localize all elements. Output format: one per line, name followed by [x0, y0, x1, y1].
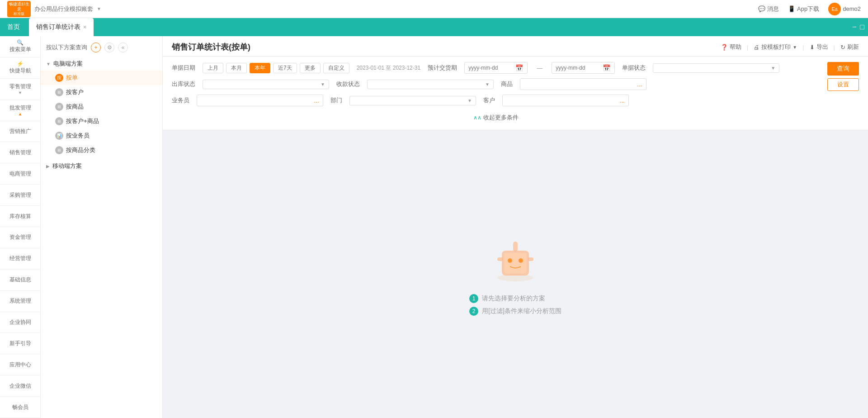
sidebar-item-marketing[interactable]: 营销推广: [0, 121, 40, 142]
expected-delivery-start[interactable]: 📅: [464, 62, 528, 74]
help-btn[interactable]: ❓ 帮助: [721, 43, 741, 51]
sidebar-item-purchase[interactable]: 采购管理: [0, 185, 40, 206]
add-scheme-btn[interactable]: +: [91, 43, 101, 52]
tab-active[interactable]: 销售订单统计表 ×: [29, 18, 94, 36]
app-download-btn[interactable]: 📱 App下载: [788, 5, 819, 13]
export-icon: ⬇: [810, 44, 815, 51]
sidebar-item-retail[interactable]: 零售管理 ▼: [0, 79, 40, 100]
delivery-status-arrow-icon: ▼: [321, 82, 325, 87]
tab-close-icon[interactable]: ×: [83, 24, 86, 30]
empty-state: 1 请先选择要分析的方案 2 用[过滤]条件来缩小分析范围: [163, 130, 868, 418]
tree-child-by-product[interactable]: ⊞ 按商品: [41, 100, 162, 114]
sidebar-item-wholesale[interactable]: 批发管理 ▲: [0, 100, 40, 121]
tree-parent-desktop[interactable]: ▼ 电脑端方案: [41, 57, 162, 71]
tab-minimize-btn[interactable]: −: [852, 23, 856, 31]
by-product-icon: ⊞: [55, 103, 63, 111]
order-status-select[interactable]: ▼: [653, 63, 779, 73]
sidebar-item-retail-label: 零售管理: [9, 83, 31, 90]
tree-arrow-desktop-icon: ▼: [46, 62, 51, 66]
sidebar-item-search[interactable]: 🔍 搜索菜单: [0, 36, 40, 57]
customer-more-icon[interactable]: ...: [619, 97, 625, 104]
customer-input[interactable]: ...: [502, 95, 629, 106]
message-btn[interactable]: 💬 消息: [758, 5, 779, 13]
sidebar-item-quick-nav-label: 快捷导航: [9, 67, 31, 75]
sidebar-item-sales[interactable]: 销售管理: [0, 142, 40, 163]
svg-rect-5: [513, 242, 518, 252]
product-more-icon[interactable]: ...: [637, 81, 642, 88]
date-btn-custom[interactable]: 自定义: [323, 63, 349, 73]
tree-child-by-customer-label: 按客户: [66, 88, 84, 96]
tree-parent-mobile[interactable]: ▶ 移动端方案: [41, 159, 162, 173]
template-print-btn[interactable]: 🖨 按模板打印 ▼: [754, 43, 797, 51]
app-icon: 📱: [788, 5, 795, 12]
tab-home-label: 首页: [7, 23, 20, 31]
sidebar-item-basic-info[interactable]: 基础信息: [0, 270, 40, 291]
svg-point-3: [508, 258, 512, 263]
receipt-status-select[interactable]: ▼: [367, 80, 494, 89]
date-btn-7days[interactable]: 近7天: [273, 63, 297, 73]
main-layout: 🔍 搜索菜单 ⚡ 快捷导航 零售管理 ▼ 批发管理 ▲ 营销推广 销售管理 电商…: [0, 36, 868, 418]
date-btn-this-year[interactable]: 本年: [250, 63, 270, 73]
left-panel: 按以下方案查询 + ⚙ « ▼ 电脑端方案 按 按单 ⊞ 按客户: [41, 36, 163, 418]
tab-home[interactable]: 首页: [0, 18, 27, 36]
refresh-btn[interactable]: ↻ 刷新: [840, 43, 859, 51]
product-input[interactable]: ...: [520, 78, 646, 90]
topbar-company[interactable]: 办公用品行业模拟账套: [34, 5, 93, 13]
sidebar-item-finance-label: 资金管理: [9, 233, 31, 241]
user-name: demo2: [843, 5, 861, 12]
department-arrow-icon: ▼: [467, 98, 472, 103]
collapse-more-btn[interactable]: ∧∧ 收起更多条件: [172, 111, 820, 124]
empty-svg: [488, 233, 542, 287]
sidebar-item-guide[interactable]: 新手引导: [0, 333, 40, 354]
tree-child-by-category[interactable]: ⊞ 按商品分类: [41, 143, 162, 157]
setting-scheme-btn[interactable]: ⚙: [104, 43, 114, 52]
expected-delivery-end-input[interactable]: [556, 65, 601, 71]
expected-delivery-end[interactable]: 📅: [552, 62, 615, 74]
tree-child-by-order[interactable]: 按 按单: [41, 71, 162, 85]
left-panel-title: 按以下方案查询: [46, 43, 87, 52]
salesperson-more-icon[interactable]: ...: [314, 97, 319, 104]
tab-maximize-btn[interactable]: □: [860, 23, 864, 31]
sidebar-item-wechat[interactable]: 企业微信: [0, 375, 40, 397]
date-btn-last-month[interactable]: 上月: [203, 63, 223, 73]
tree-child-by-salesperson-label: 按业务员: [66, 132, 90, 140]
by-salesperson-icon: 📊: [55, 132, 63, 140]
expected-delivery-start-input[interactable]: [468, 65, 514, 71]
filter-area: 单据日期 上月 本月 本年 近7天 更多 自定义 2023-01-01 至 20…: [163, 57, 868, 130]
date-label: 单据日期: [172, 64, 195, 72]
hint-item-1: 1 请先选择要分析的方案: [469, 294, 561, 303]
query-btn-group: 查询 设置: [827, 62, 859, 91]
calendar-end-icon[interactable]: 📅: [603, 64, 610, 71]
sidebar-item-finance[interactable]: 资金管理: [0, 227, 40, 248]
user-menu[interactable]: Ea demo2: [828, 3, 861, 15]
sidebar-item-collab[interactable]: 企业协同: [0, 312, 40, 333]
delivery-status-select[interactable]: ▼: [203, 80, 329, 89]
sidebar-item-operation[interactable]: 经营管理: [0, 248, 40, 270]
tree-child-by-customer[interactable]: ⊞ 按客户: [41, 85, 162, 100]
collapse-panel-btn[interactable]: «: [118, 43, 128, 52]
sidebar-item-app-center[interactable]: 应用中心: [0, 354, 40, 375]
by-order-icon: 按: [55, 74, 63, 82]
customer-label: 客户: [483, 96, 495, 104]
page-title: 销售订单统计表(按单): [172, 42, 250, 52]
date-btn-more[interactable]: 更多: [300, 63, 321, 73]
sidebar-item-quick-nav[interactable]: ⚡ 快捷导航: [0, 57, 40, 79]
export-btn[interactable]: ⬇ 导出: [810, 43, 828, 51]
sidebar-item-inventory[interactable]: 库存核算: [0, 206, 40, 227]
set-btn[interactable]: 设置: [827, 78, 859, 91]
order-status-arrow-icon: ▼: [771, 66, 775, 71]
calendar-start-icon[interactable]: 📅: [515, 64, 523, 71]
tree-child-by-customer-product[interactable]: ⊞ 按客户+商品: [41, 114, 162, 128]
print-icon: 🖨: [754, 44, 760, 51]
salesperson-input[interactable]: ...: [197, 95, 323, 106]
tree-child-by-customer-product-label: 按客户+商品: [66, 117, 99, 125]
tree-child-by-salesperson[interactable]: 📊 按业务员: [41, 128, 162, 143]
sidebar-item-member[interactable]: 畅会员: [0, 397, 40, 418]
sidebar-item-system[interactable]: 系统管理: [0, 291, 40, 312]
date-btn-this-month[interactable]: 本月: [226, 63, 247, 73]
query-btn[interactable]: 查询: [827, 62, 859, 76]
department-select[interactable]: ▼: [349, 96, 476, 105]
logo-subtext: 标准版: [14, 12, 24, 16]
sidebar-item-ecommerce[interactable]: 电商管理: [0, 163, 40, 185]
topbar-dropdown-icon[interactable]: ▼: [97, 6, 101, 11]
